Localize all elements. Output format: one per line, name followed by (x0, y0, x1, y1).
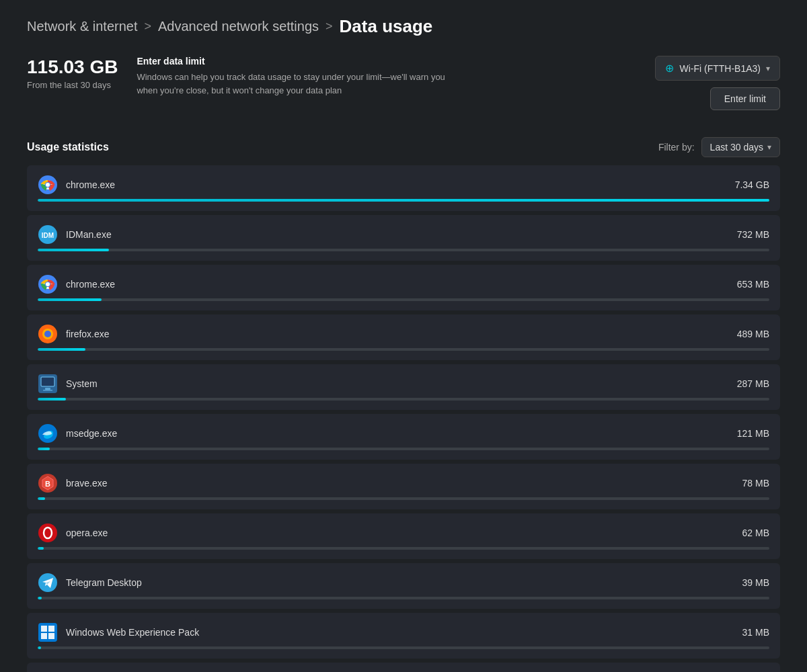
app-icon-opera (38, 523, 58, 543)
app-icon-telegram (38, 573, 58, 593)
app-row-top-8: Telegram Desktop 39 MB (38, 573, 769, 593)
app-name-2: chrome.exe (66, 279, 115, 290)
filter-chevron-icon: ▾ (767, 142, 771, 152)
svg-rect-17 (45, 388, 50, 390)
svg-rect-28 (48, 626, 54, 632)
limit-desc: Windows can help you track data usage to… (137, 71, 446, 97)
app-left-7: opera.exe (38, 523, 108, 543)
progress-bar-9 (38, 646, 41, 649)
limit-title: Enter data limit (137, 56, 446, 67)
progress-bar-container-7 (38, 547, 769, 550)
app-row-top-5: msedge.exe 121 MB (38, 423, 769, 444)
list-item: B brave.exe 78 MB (27, 464, 780, 509)
progress-bar-4 (38, 398, 66, 401)
app-name-1: IDMan.exe (66, 229, 112, 240)
app-icon-edge (38, 423, 58, 444)
app-usage-8: 39 MB (742, 577, 769, 588)
app-usage-5: 121 MB (737, 428, 769, 439)
data-limit-info: Enter data limit Windows can help you tr… (137, 56, 446, 97)
progress-bar-0 (38, 199, 769, 202)
app-row-top-4: System 287 MB (38, 374, 769, 394)
progress-bar-7 (38, 547, 44, 550)
app-usage-1: 732 MB (737, 229, 769, 240)
app-name-3: firefox.exe (66, 329, 110, 339)
app-row-top-7: opera.exe 62 MB (38, 523, 769, 543)
app-row-top-3: firefox.exe 489 MB (38, 324, 769, 344)
svg-point-23 (38, 523, 57, 542)
svg-point-11 (46, 282, 50, 286)
filter-value: Last 30 days (710, 142, 763, 153)
breadcrumb-sep2: > (325, 19, 333, 34)
progress-bar-container-2 (38, 298, 769, 301)
app-left-5: msedge.exe (38, 423, 117, 444)
breadcrumb-sep1: > (145, 19, 152, 34)
usage-stats-header: Usage statistics Filter by: Last 30 days… (27, 137, 780, 157)
breadcrumb-advanced-network[interactable]: Advanced network settings (158, 19, 319, 34)
app-usage-3: 489 MB (737, 329, 769, 339)
data-summary: 115.03 GB From the last 30 days Enter da… (27, 56, 446, 97)
progress-bar-container-5 (38, 448, 769, 450)
app-row-top-6: B brave.exe 78 MB (38, 473, 769, 493)
app-usage-4: 287 MB (737, 378, 769, 389)
enter-limit-button[interactable]: Enter limit (710, 87, 780, 110)
app-left-3: firefox.exe (38, 324, 110, 344)
app-left-0: chrome.exe (38, 175, 115, 195)
progress-bar-container-9 (38, 646, 769, 649)
app-usage-7: 62 MB (742, 528, 769, 538)
progress-bar-container-1 (38, 249, 769, 251)
progress-bar-container-0 (38, 199, 769, 202)
app-usage-9: 31 MB (742, 627, 769, 638)
app-usage-6: 78 MB (742, 478, 769, 489)
app-icon-brave: B (38, 473, 58, 493)
progress-bar-container-6 (38, 497, 769, 500)
app-left-4: System (38, 374, 98, 394)
progress-bar-1 (38, 249, 109, 251)
filter-label: Filter by: (658, 142, 695, 153)
top-section: 115.03 GB From the last 30 days Enter da… (27, 56, 780, 117)
wifi-dropdown[interactable]: ⊕ Wi-Fi (FTTH-B1A3) ▾ (655, 56, 780, 81)
svg-text:B: B (45, 480, 50, 488)
app-name-6: brave.exe (66, 478, 107, 489)
app-icon-firefox (38, 324, 58, 344)
list-item: Telegram Desktop 39 MB (27, 563, 780, 609)
app-row-top-9: Windows Web Experience Pack 31 MB (38, 622, 769, 642)
wifi-label: Wi-Fi (FTTH-B1A3) (679, 63, 761, 74)
app-usage-2: 653 MB (737, 279, 769, 290)
progress-bar-container-4 (38, 398, 769, 401)
svg-rect-27 (41, 626, 47, 632)
total-gb: 115.03 GB (27, 56, 118, 79)
breadcrumb-current: Data usage (340, 16, 433, 37)
app-left-2: chrome.exe (38, 274, 115, 294)
app-name-9: Windows Web Experience Pack (66, 627, 199, 638)
app-left-1: IDM IDMan.exe (38, 224, 112, 245)
breadcrumb-network-internet[interactable]: Network & internet (27, 19, 138, 34)
filter-dropdown[interactable]: Last 30 days ▾ (701, 137, 780, 157)
app-icon-chrome (38, 274, 58, 294)
progress-bar-8 (38, 597, 42, 599)
svg-rect-30 (48, 633, 54, 639)
app-name-8: Telegram Desktop (66, 577, 142, 588)
list-item: msedge.exe 121 MB (27, 414, 780, 460)
app-left-8: Telegram Desktop (38, 573, 142, 593)
progress-bar-6 (38, 497, 45, 500)
app-list: chrome.exe 7.34 GB IDM IDMan.exe 732 MB (27, 165, 780, 672)
progress-bar-3 (38, 348, 85, 351)
app-row-top-1: IDM IDMan.exe 732 MB (38, 224, 769, 245)
chevron-down-icon: ▾ (766, 64, 770, 73)
list-item: firefox.exe 489 MB (27, 314, 780, 360)
app-name-0: chrome.exe (66, 179, 115, 190)
usage-stats-title: Usage statistics (27, 141, 109, 153)
app-icon-chrome (38, 175, 58, 195)
app-left-9: Windows Web Experience Pack (38, 622, 199, 642)
app-name-5: msedge.exe (66, 428, 117, 439)
app-icon-idman: IDM (38, 224, 58, 245)
app-icon-system (38, 374, 58, 394)
app-row-top-2: chrome.exe 653 MB (38, 274, 769, 294)
list-item: IPv6 Control Message 25 MB (27, 663, 780, 672)
svg-rect-18 (43, 390, 52, 391)
list-item: System 287 MB (27, 364, 780, 410)
period-label: From the last 30 days (27, 80, 118, 90)
progress-bar-2 (38, 298, 102, 301)
list-item: opera.exe 62 MB (27, 513, 780, 559)
svg-point-4 (46, 183, 50, 187)
